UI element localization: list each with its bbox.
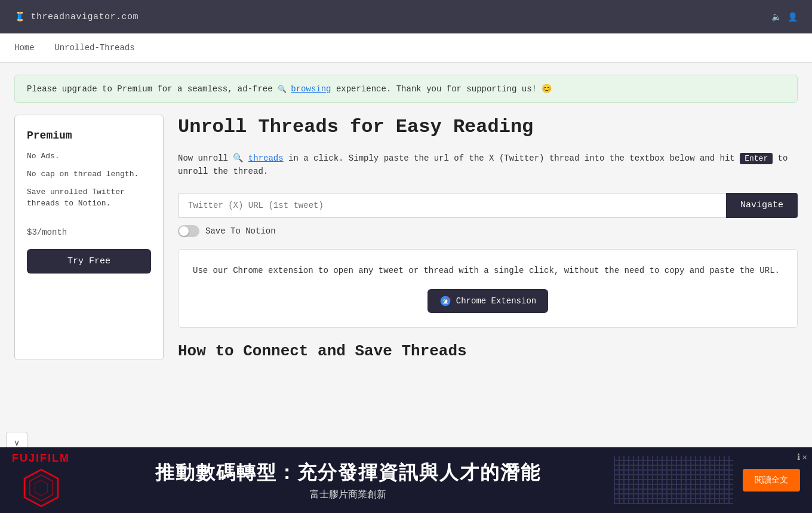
- breadcrumb-separator: [39, 43, 50, 53]
- save-notion-row: Save To Notion: [178, 225, 798, 237]
- fujifilm-brand: FUJIFILM: [12, 452, 70, 465]
- fuji-hexagon-logo: [20, 467, 62, 509]
- desc-before: Now unroll: [178, 153, 228, 163]
- toggle-knob: [179, 226, 189, 236]
- upgrade-banner: Please upgrade to Premium for a seamless…: [14, 75, 798, 103]
- ad-banner: ℹ ✕ FUJIFILM 推動數碼轉型：充分發揮資訊與人才的潛能 富士膠片商業創…: [0, 447, 812, 513]
- content-area: Unroll Threads for Easy Reading Now unro…: [178, 115, 798, 360]
- header-right: 🔈 👤: [771, 12, 798, 22]
- premium-title: Premium: [27, 130, 151, 142]
- try-free-button[interactable]: Try Free: [27, 249, 151, 274]
- breadcrumb: Home Unrolled-Threads: [0, 33, 812, 63]
- site-header: 🧵 threadnavigator.com 🔈 👤: [0, 0, 812, 33]
- ad-main-text: 推動數碼轉型：充分發揮資訊與人才的潛能: [155, 460, 541, 486]
- svg-marker-3: [29, 475, 53, 501]
- site-name: threadnavigator.com: [31, 12, 139, 22]
- chrome-box-text: Use our Chrome extension to open any twe…: [193, 264, 783, 277]
- ad-middle: 推動數碼轉型：充分發揮資訊與人才的潛能 富士膠片商業創新: [82, 460, 614, 501]
- ad-close-area[interactable]: ℹ ✕: [797, 452, 807, 462]
- svg-marker-4: [35, 480, 47, 495]
- premium-feature-2: No cap on thread length.: [27, 169, 151, 180]
- chrome-extension-box: Use our Chrome extension to open any twe…: [178, 249, 798, 328]
- save-notion-label: Save To Notion: [205, 226, 276, 236]
- navigate-button[interactable]: Navigate: [726, 193, 798, 218]
- search-icon: 🔍: [278, 85, 291, 94]
- premium-price: $3/month: [27, 221, 151, 239]
- enter-key-badge: Enter: [740, 153, 773, 164]
- chrome-extension-button[interactable]: Chrome Extension: [427, 289, 548, 313]
- search-icon-inline: 🔍: [233, 153, 248, 163]
- ad-logo-area: FUJIFILM: [12, 452, 70, 509]
- ad-sub-text: 富士膠片商業創新: [310, 489, 386, 501]
- page-title: Unroll Threads for Easy Reading: [178, 115, 798, 140]
- logo-emoji: 🧵: [14, 11, 26, 23]
- url-input[interactable]: [178, 193, 726, 218]
- chrome-icon: [439, 295, 451, 307]
- banner-text-before: Please upgrade to Premium for a seamless…: [27, 84, 273, 94]
- ad-info-icon: ℹ: [797, 452, 800, 462]
- ad-decoration: [614, 456, 733, 504]
- price-period: /month: [37, 228, 67, 237]
- user-icon[interactable]: 👤: [788, 12, 798, 22]
- ad-close-button[interactable]: ✕: [802, 452, 807, 462]
- desc-middle: in a click. Simply paste the url of the …: [288, 153, 735, 163]
- main-area: Premium No Ads. No cap on thread length.…: [0, 115, 812, 374]
- banner-text-after: experience. Thank you for supporting us!…: [336, 84, 552, 94]
- banner-link[interactable]: browsing: [291, 84, 331, 94]
- threads-link[interactable]: threads: [248, 153, 284, 163]
- logo-area[interactable]: 🧵 threadnavigator.com: [14, 11, 139, 23]
- breadcrumb-current[interactable]: Unrolled-Threads: [54, 43, 134, 53]
- url-input-row: Navigate: [178, 193, 798, 218]
- chrome-ext-label: Chrome Extension: [456, 296, 536, 306]
- ad-cta-button[interactable]: 閱讀全文: [743, 469, 800, 492]
- ad-content: FUJIFILM 推動數碼轉型：充分發揮資訊與人才的潛能 富士膠片商業創新 閱讀…: [0, 452, 812, 509]
- premium-feature-3: Save unrolled Twitter threads to Notion.: [27, 187, 151, 208]
- section-title: How to Connect and Save Threads: [178, 342, 798, 360]
- premium-card: Premium No Ads. No cap on thread length.…: [14, 115, 164, 360]
- breadcrumb-home[interactable]: Home: [14, 43, 35, 53]
- speaker-icon[interactable]: 🔈: [771, 12, 782, 22]
- save-notion-toggle[interactable]: [178, 225, 199, 237]
- description: Now unroll 🔍 threads in a click. Simply …: [178, 152, 798, 179]
- premium-feature-1: No Ads.: [27, 151, 151, 162]
